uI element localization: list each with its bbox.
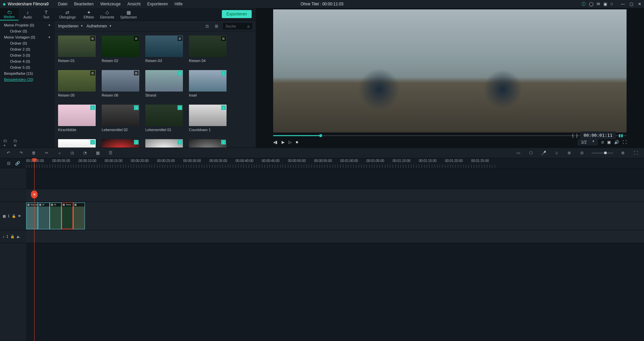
filter-icon[interactable]: ⚖	[204, 23, 210, 29]
maximize-button[interactable]: ▢	[630, 2, 633, 6]
tree-item[interactable]: Beispielfarbe (15)	[0, 70, 55, 76]
export-button[interactable]: Exportieren	[222, 10, 252, 18]
menu-datei[interactable]: Datei	[58, 2, 67, 6]
speed-button[interactable]: ◷	[69, 150, 75, 156]
tree-item[interactable]: Ordner (0)	[0, 28, 55, 34]
search-input[interactable]: ⌕	[223, 23, 252, 30]
save-icon[interactable]: ▣	[603, 2, 607, 6]
tab-audio[interactable]: ♪Audio	[18, 8, 37, 20]
tree-item[interactable]: Meine Projekte (0)▼	[0, 22, 55, 28]
timeline-clip[interactable]: ▦ Reisen	[26, 203, 38, 229]
link-icon[interactable]: 🔗	[14, 160, 20, 166]
tab-text[interactable]: TText	[37, 8, 55, 20]
mark-in-icon[interactable]: {	[572, 133, 574, 138]
media-clip[interactable]: ↓	[58, 139, 101, 148]
timeline-clip[interactable]: ▦ R	[50, 203, 61, 229]
zoom-in-button[interactable]: ⊕	[620, 150, 626, 156]
new-folder-icon[interactable]: 🗀+	[3, 140, 9, 146]
preview-viewport[interactable]	[273, 9, 627, 132]
playhead[interactable]: ✕	[34, 158, 35, 341]
mark-out-icon[interactable]: }	[576, 133, 578, 138]
mic-icon[interactable]: ⎍	[610, 2, 613, 6]
green-screen-button[interactable]: ▦	[95, 150, 101, 156]
preview-zoom-select[interactable]: 1/2▼	[578, 139, 598, 146]
close-button[interactable]: ✕	[638, 2, 641, 6]
menu-ansicht[interactable]: Ansicht	[127, 2, 140, 6]
redo-button[interactable]: ↷	[18, 150, 24, 156]
render-button[interactable]: ▭	[515, 150, 521, 156]
media-clip[interactable]: ↓Strand	[145, 70, 188, 97]
timeline-ruler[interactable]: 00:00:00:0000:00:05:0000:00:10:0000:00:1…	[26, 158, 644, 168]
add-marker-button[interactable]: ⊕	[566, 150, 572, 156]
media-clip[interactable]: ⊞Reisen 03	[145, 36, 188, 63]
color-button[interactable]: ◔	[82, 150, 88, 156]
tab-elemente[interactable]: ◇Elemente	[98, 8, 116, 20]
tree-item[interactable]: Ordner (0)	[0, 40, 55, 46]
marker-button[interactable]: ⬡	[528, 150, 534, 156]
fullscreen-icon[interactable]: ⛶	[623, 140, 627, 145]
grid-view-icon[interactable]: ⊞	[213, 23, 219, 29]
snapshot-button[interactable]: ⎚	[601, 140, 604, 145]
search-icon[interactable]: ⌕	[247, 24, 250, 29]
media-clip[interactable]: ↓	[102, 139, 145, 148]
mute-icon[interactable]: 🔈	[16, 235, 20, 238]
tab-splitscreen[interactable]: ▦Splitscreen	[116, 8, 141, 20]
audio-mixer-button[interactable]: ♫	[553, 150, 559, 156]
media-clip[interactable]: ↓	[145, 139, 188, 148]
delete-folder-icon[interactable]: 🗀✕	[13, 140, 19, 146]
adjust-button[interactable]: ☰	[107, 150, 113, 156]
undo-button[interactable]: ↶	[5, 150, 11, 156]
media-clip[interactable]: ↓Insel	[189, 70, 232, 97]
split-button[interactable]: ✂	[44, 150, 50, 156]
media-clip[interactable]: ↓Lebensmittel 01	[145, 105, 188, 132]
media-clip[interactable]: ⊞Reisen 02	[102, 36, 145, 63]
overlay-track[interactable]	[0, 189, 644, 202]
media-clip[interactable]: ⊞Reisen 06	[102, 70, 145, 97]
user-icon[interactable]: ◯	[589, 2, 593, 6]
media-clip[interactable]: ↓Countdown 1	[189, 105, 232, 132]
tab-medien[interactable]: 🗀Medien	[0, 8, 18, 20]
next-frame-button[interactable]: ▷	[289, 140, 292, 145]
menu-exportieren[interactable]: Exportieren	[147, 2, 168, 6]
playhead-badge[interactable]: ✕	[31, 190, 38, 198]
media-clip[interactable]: ↓Kirschblüte	[58, 105, 101, 132]
manage-tracks-icon[interactable]: ⊟	[6, 160, 12, 166]
message-icon[interactable]: ✉	[597, 2, 600, 6]
media-clip[interactable]: ⊞Reisen 04	[189, 36, 232, 63]
tree-item[interactable]: Meine Vorlagen (0)▼	[0, 34, 55, 40]
menu-bearbeiten[interactable]: Bearbeiten	[74, 2, 94, 6]
tree-item[interactable]: Beispielvideo (20)	[0, 76, 55, 82]
tree-item[interactable]: Ordner 2 (0)	[0, 46, 55, 52]
menu-hilfe[interactable]: Hilfe	[175, 2, 183, 6]
menu-werkzeuge[interactable]: Werkzeuge	[100, 2, 120, 6]
lock-icon[interactable]: 🔓	[10, 235, 14, 238]
video-track-1[interactable]: ▦ 1 🔓 👁 ▦ Reisen▦ R▦ R▦ Reis▦	[0, 202, 644, 230]
visibility-icon[interactable]: 👁	[18, 214, 21, 218]
audio-track-1[interactable]: ♪ 1 🔓 🔈	[0, 230, 644, 243]
camera-icon[interactable]: ▣	[607, 140, 611, 145]
tab-übergänge[interactable]: ⇄Übergänge	[55, 8, 80, 20]
zoom-fit-button[interactable]: ⛶	[633, 150, 639, 156]
delete-button[interactable]: 🗑	[31, 150, 37, 156]
tab-effekte[interactable]: ✦Effekte	[80, 8, 98, 20]
timeline-clip[interactable]: ▦ Reis	[61, 203, 73, 229]
import-dropdown[interactable]: Importieren▼	[58, 24, 83, 29]
zoom-slider[interactable]	[592, 153, 613, 154]
tree-item[interactable]: Ordner 5 (0)	[0, 64, 55, 70]
tree-item[interactable]: Ordner 3 (0)	[0, 52, 55, 58]
volume-icon[interactable]: 🔊	[614, 140, 619, 145]
info-icon[interactable]: ⓘ	[582, 1, 586, 7]
media-clip[interactable]: ↓	[189, 139, 232, 148]
zoom-out-button[interactable]: ⊖	[579, 150, 585, 156]
media-clip[interactable]: ⊞Reisen 01	[58, 36, 101, 63]
tree-item[interactable]: Ordner 4 (0)	[0, 58, 55, 64]
lock-icon[interactable]: 🔓	[12, 214, 16, 218]
crop-button[interactable]: ⟐	[56, 150, 62, 156]
stop-button[interactable]: ■	[296, 140, 298, 145]
minimize-button[interactable]: —	[621, 2, 625, 6]
search-field[interactable]	[226, 24, 244, 28]
timeline-clip[interactable]: ▦	[73, 203, 85, 229]
voiceover-button[interactable]: 🎤	[541, 150, 547, 156]
media-clip[interactable]: ↓Lebensmittel 02	[102, 105, 145, 132]
prev-frame-button[interactable]: ◂▮	[273, 140, 278, 145]
